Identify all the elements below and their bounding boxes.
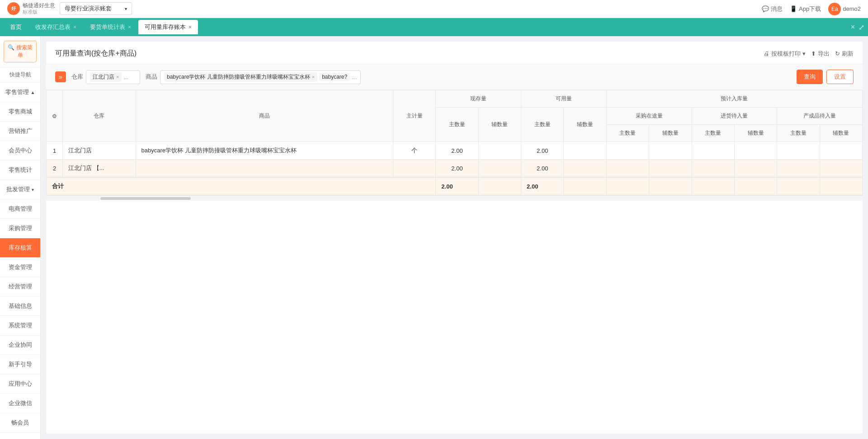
sidebar-item-quick-nav[interactable]: 快捷导航 xyxy=(0,67,40,83)
sidebar-item-enterprise-collab-label: 企业协同 xyxy=(9,341,32,348)
chevron-down-icon-2: ▾ xyxy=(32,187,34,192)
cell-main-unit xyxy=(393,160,435,178)
col-header-current-main-qty: 主数量 xyxy=(436,108,478,142)
sidebar-item-enterprise-wechat[interactable]: 企业微信 xyxy=(0,394,40,413)
sidebar-item-new-guide[interactable]: 新手引导 xyxy=(0,355,40,374)
sidebar-item-wholesale-mgmt[interactable]: 批发管理 ▾ xyxy=(0,180,40,199)
main-layout: 🔍 搜索菜单 快捷导航 零售管理 ▲ 零售商城 营销推广 会员中心 零售统计 批… xyxy=(0,36,868,439)
refresh-button[interactable]: ↻ 刷新 xyxy=(835,50,854,58)
industry-selector[interactable]: 母婴行业演示账套 ▾ xyxy=(60,2,132,15)
content-area: 可用量查询(按仓库+商品) 🖨 按模板打印 ▾ ⬆ 导出 ↻ 刷新 xyxy=(41,36,868,439)
col-header-purchase-transit-main: 主数量 xyxy=(606,125,649,142)
chevron-down-icon: ▲ xyxy=(31,90,35,95)
warehouse-tag-close-icon[interactable]: × xyxy=(116,74,119,80)
logo-area: 好 畅捷通好生意 标准版 xyxy=(7,2,55,15)
col-header-main-unit: 主计量 xyxy=(393,90,435,142)
footer-purchase-transit-main xyxy=(606,177,649,195)
product-input[interactable]: babycare学饮杯 儿童防摔防撞吸管杯重力球吸嘴杯宝宝水杯 × babyca… xyxy=(160,70,361,84)
cell-main-unit: 个 xyxy=(393,142,435,160)
col-header-expected-inbound: 预计入库量 xyxy=(606,90,862,108)
tab-home[interactable]: 首页 xyxy=(4,20,28,34)
tab-home-label: 首页 xyxy=(10,23,22,31)
scroll-bar-area[interactable] xyxy=(46,195,863,201)
cell-avail-aux-qty xyxy=(564,160,606,178)
warehouse-input[interactable]: 江北门店 × ... xyxy=(86,70,140,84)
app-download-button[interactable]: 📱 App下载 xyxy=(790,5,821,13)
footer-pending-prod-main xyxy=(777,177,820,195)
product-label: 商品 xyxy=(146,73,157,81)
scroll-thumb[interactable] xyxy=(100,197,191,200)
sidebar-item-system-mgmt[interactable]: 系统管理 xyxy=(0,316,40,335)
setting-button[interactable]: 设置 xyxy=(826,70,854,84)
sidebar-item-retail-mgmt[interactable]: 零售管理 ▲ xyxy=(0,83,40,102)
col-header-settings[interactable]: ⚙ xyxy=(47,90,63,142)
sidebar-item-retail-mgmt-label: 零售管理 xyxy=(5,88,29,96)
footer-current-aux-qty xyxy=(478,177,521,195)
tab-available-stock[interactable]: 可用量库存账本 × xyxy=(138,20,198,34)
query-button[interactable]: 查询 xyxy=(797,70,823,84)
refresh-icon: ↻ xyxy=(835,50,840,57)
sidebar-item-operations-mgmt[interactable]: 经营管理 xyxy=(0,277,40,297)
sidebar-item-finance-mgmt[interactable]: 资金管理 xyxy=(0,258,40,277)
nav-right-icons: × ⤢ xyxy=(851,23,864,32)
cell-pending-prod-main xyxy=(777,160,820,178)
cell-purchase-transit-aux xyxy=(649,142,692,160)
sidebar-item-basic-info[interactable]: 基础信息 xyxy=(0,297,40,316)
sidebar-item-vip-member[interactable]: 畅会员 xyxy=(0,413,40,433)
search-menu-button[interactable]: 🔍 搜索菜单 xyxy=(4,41,37,62)
avatar: Ea xyxy=(828,3,841,15)
cell-current-aux-qty xyxy=(478,160,521,178)
export-button[interactable]: ⬆ 导出 xyxy=(811,50,830,58)
page-content: 可用量查询(按仓库+商品) 🖨 按模板打印 ▾ ⬆ 导出 ↻ 刷新 xyxy=(46,42,863,434)
product-tag-1-close-icon[interactable]: × xyxy=(312,74,315,80)
sidebar-item-retail-mall[interactable]: 零售商城 xyxy=(0,102,40,122)
cell-product xyxy=(136,160,393,178)
footer-pending-prod-aux xyxy=(820,177,862,195)
sidebar-item-member-center[interactable]: 会员中心 xyxy=(0,141,40,160)
tab-requisition[interactable]: 要货单统计表 × xyxy=(84,20,137,34)
print-by-template-button[interactable]: 🖨 按模板打印 ▾ xyxy=(764,50,806,58)
sidebar-item-finance-label: 资金管理 xyxy=(9,264,32,270)
cell-pending-inbound-main xyxy=(692,142,734,160)
sidebar-item-inventory-check[interactable]: 库存核算 xyxy=(0,238,40,258)
settings-icon: ⚙ xyxy=(52,113,57,119)
product-tag-2: babycare? xyxy=(319,73,350,81)
col-header-available-qty: 可用量 xyxy=(521,90,607,108)
col-header-pending-inbound-main: 主数量 xyxy=(692,125,734,142)
product-tag-2-text: babycare? xyxy=(322,74,347,80)
tab-requisition-close-icon[interactable]: × xyxy=(128,24,131,30)
cell-avail-main-qty: 2.00 xyxy=(521,142,564,160)
product-more-icon[interactable]: ... xyxy=(352,74,357,80)
filter-expand-button[interactable]: » xyxy=(55,71,66,82)
logo-text: 畅捷通好生意 xyxy=(23,2,55,9)
tab-receive-send-close-icon[interactable]: × xyxy=(73,24,76,30)
cell-pending-prod-aux xyxy=(820,142,862,160)
export-icon: ⬆ xyxy=(811,50,816,57)
data-table: ⚙ 仓库 商品 主计量 现存量 xyxy=(46,90,863,195)
table-footer: 合计 2.00 2.00 xyxy=(47,177,863,195)
sidebar-item-app-center[interactable]: 应用中心 xyxy=(0,374,40,394)
message-button[interactable]: 💬 消息 xyxy=(762,5,783,13)
sidebar-search-area: 🔍 搜索菜单 xyxy=(0,36,40,67)
app-download-label: App下载 xyxy=(799,5,821,13)
col-header-purchase-transit-aux: 辅数量 xyxy=(649,125,692,142)
logo-icon: 好 xyxy=(7,2,20,15)
chevron-down-icon: ▾ xyxy=(125,6,127,11)
tab-close-all-icon[interactable]: × xyxy=(851,23,855,31)
col-header-pending-prod-main: 主数量 xyxy=(777,125,820,142)
col-header-pending-inbound: 进货待入量 xyxy=(692,108,777,125)
sidebar: 🔍 搜索菜单 快捷导航 零售管理 ▲ 零售商城 营销推广 会员中心 零售统计 批… xyxy=(0,36,41,439)
user-profile-button[interactable]: Ea demo2 xyxy=(828,3,861,15)
tab-receive-send[interactable]: 收发存汇总表 × xyxy=(29,20,83,34)
tab-available-stock-close-icon[interactable]: × xyxy=(189,24,192,30)
warehouse-more-icon[interactable]: ... xyxy=(123,74,128,80)
sidebar-item-purchase-mgmt[interactable]: 采购管理 xyxy=(0,219,40,238)
sidebar-item-retail-stats[interactable]: 零售统计 xyxy=(0,160,40,180)
sidebar-item-marketing[interactable]: 营销推广 xyxy=(0,122,40,141)
tab-expand-icon[interactable]: ⤢ xyxy=(859,23,864,32)
sidebar-item-inventory-check-label: 库存核算 xyxy=(9,244,32,251)
cell-current-aux-qty xyxy=(478,142,521,160)
col-header-warehouse: 仓库 xyxy=(63,90,136,142)
sidebar-item-enterprise-collab[interactable]: 企业协同 xyxy=(0,335,40,355)
sidebar-item-ecommerce-mgmt[interactable]: 电商管理 xyxy=(0,199,40,219)
